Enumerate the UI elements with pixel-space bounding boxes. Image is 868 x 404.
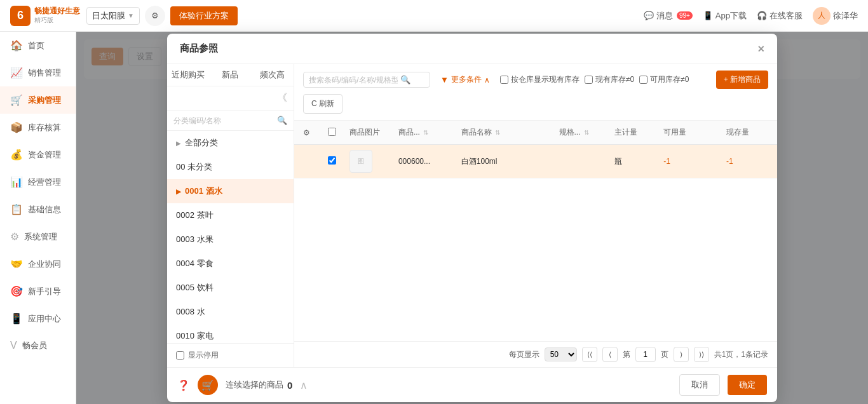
refresh-button[interactable]: C 刷新 bbox=[303, 94, 342, 114]
td-stock: -1 bbox=[721, 145, 777, 178]
settings-button[interactable]: ⚙ bbox=[145, 6, 165, 26]
sidebar-label-guide: 新手引导 bbox=[28, 286, 61, 297]
top-nav: 6 畅捷通好生意 精巧版 日太阳膜 ▼ ⚙ 体验行业方案 💬 消息 99+ 📱 … bbox=[0, 0, 868, 32]
sidebar: 🏠 首页 📈 销售管理 🛒 采购管理 📦 库存核算 💰 资金管理 📊 经营管理 … bbox=[0, 32, 76, 404]
available-ne0-checkbox[interactable] bbox=[639, 76, 648, 84]
sidebar-label-inventory: 库存核算 bbox=[28, 122, 61, 133]
sort-spec-icon[interactable]: ⇅ bbox=[584, 129, 589, 136]
sidebar-label-home: 首页 bbox=[28, 40, 44, 51]
tab-new[interactable]: 新品 bbox=[209, 64, 251, 86]
category-search-input[interactable] bbox=[173, 116, 275, 125]
category-item-0003[interactable]: 0003 水果 bbox=[167, 227, 294, 252]
help-icon[interactable]: ❓ bbox=[177, 379, 190, 391]
add-product-button[interactable]: + 新增商品 bbox=[716, 71, 768, 89]
logo-text-area: 畅捷通好生意 精巧版 bbox=[34, 6, 80, 25]
show-disabled-label[interactable]: 显示停用 bbox=[188, 350, 219, 361]
modal-close-button[interactable]: × bbox=[757, 43, 764, 55]
category-item-0004[interactable]: 0004 零食 bbox=[167, 252, 294, 276]
stock-ne0-filter-label[interactable]: 现有库存≠0 bbox=[585, 74, 634, 85]
category-item-0001[interactable]: ▶ 0001 酒水 bbox=[167, 179, 294, 203]
warehouse-filter-label[interactable]: 按仓库显示现有库存 bbox=[500, 74, 580, 85]
panel-collapse-button[interactable]: 《 bbox=[167, 86, 294, 111]
inventory-icon: 📦 bbox=[10, 121, 23, 133]
td-image: 图 bbox=[344, 145, 393, 178]
sidebar-item-operations[interactable]: 📊 经营管理 bbox=[0, 168, 76, 196]
select-all-checkbox[interactable] bbox=[328, 128, 336, 136]
confirm-button[interactable]: 确定 bbox=[728, 375, 767, 395]
cart-icon[interactable]: 🛒 bbox=[198, 375, 218, 395]
next-page-button[interactable]: ⟩ bbox=[674, 347, 689, 362]
product-reference-modal: 商品参照 × 近期购买 新品 bbox=[167, 34, 777, 402]
category-item-00[interactable]: 00 未分类 bbox=[167, 155, 294, 179]
last-page-button[interactable]: ⟩⟩ bbox=[694, 347, 709, 362]
user-area[interactable]: 人 徐泽华 bbox=[813, 7, 858, 25]
sidebar-label-purchase: 采购管理 bbox=[28, 95, 61, 106]
row-checkbox[interactable] bbox=[328, 156, 336, 165]
category-item-0010[interactable]: 0010 家电 bbox=[167, 324, 294, 343]
sidebar-item-inventory[interactable]: 📦 库存核算 bbox=[0, 114, 76, 141]
logo-sub: 精巧版 bbox=[34, 16, 80, 25]
available-ne0-filter-label[interactable]: 可用库存≠0 bbox=[639, 74, 689, 85]
category-label-00: 00 未分类 bbox=[176, 161, 212, 173]
stock-ne0-checkbox[interactable] bbox=[585, 76, 593, 84]
category-item-0002[interactable]: 0002 茶叶 bbox=[167, 203, 294, 227]
tab-frequent[interactable]: 频次高 bbox=[252, 64, 294, 86]
sidebar-label-basic-info: 基础信息 bbox=[28, 204, 61, 215]
page-input[interactable] bbox=[635, 347, 656, 362]
category-item-all[interactable]: ▶ 全部分类 bbox=[167, 131, 294, 155]
store-selector[interactable]: 日太阳膜 ▼ bbox=[86, 7, 140, 25]
settings-col-icon[interactable]: ⚙ bbox=[303, 128, 310, 137]
category-search-icon[interactable]: 🔍 bbox=[277, 116, 287, 125]
table-header: ⚙ 商品图片 bbox=[294, 121, 777, 145]
tab-frequent-label: 频次高 bbox=[260, 70, 285, 79]
cancel-button[interactable]: 取消 bbox=[679, 374, 720, 396]
sort-code-icon[interactable]: ⇅ bbox=[423, 129, 428, 136]
home-icon: 🏠 bbox=[10, 39, 23, 51]
first-page-button[interactable]: ⟨⟨ bbox=[582, 347, 597, 362]
main-content: 查询 设置 商品参照 × bbox=[76, 32, 868, 404]
th-stock: 现存量 bbox=[721, 121, 777, 145]
warehouse-filter-checkbox[interactable] bbox=[500, 76, 508, 84]
sort-name-icon[interactable]: ⇅ bbox=[495, 129, 500, 136]
product-table: ⚙ 商品图片 bbox=[294, 121, 777, 178]
page-word: 第 bbox=[623, 349, 630, 360]
sidebar-item-guide[interactable]: 🎯 新手引导 bbox=[0, 278, 76, 305]
page-total-info: 共1页，1条记录 bbox=[714, 349, 768, 360]
table-row[interactable]: 图 000600... 白酒100ml bbox=[294, 145, 777, 178]
online-service-button[interactable]: 🎧 在线客服 bbox=[757, 10, 803, 22]
prev-page-button[interactable]: ⟨ bbox=[602, 347, 618, 362]
main-layout: 🏠 首页 📈 销售管理 🛒 采购管理 📦 库存核算 💰 资金管理 📊 经营管理 … bbox=[0, 32, 868, 404]
more-filter-button[interactable]: ▼ 更多条件 ∧ bbox=[435, 72, 495, 88]
category-item-0008[interactable]: 0008 水 bbox=[167, 300, 294, 324]
category-item-0005[interactable]: 0005 饮料 bbox=[167, 276, 294, 300]
finance-icon: 💰 bbox=[10, 149, 23, 161]
sidebar-label-sales: 销售管理 bbox=[28, 67, 61, 79]
per-page-label: 每页显示 bbox=[509, 349, 539, 360]
sidebar-item-system[interactable]: ⚙ 系统管理 bbox=[0, 223, 76, 250]
messages-button[interactable]: 💬 消息 99+ bbox=[644, 10, 693, 22]
th-name: 商品名称 ⇅ bbox=[456, 121, 554, 145]
th-image: 商品图片 bbox=[344, 121, 393, 145]
app-download-button[interactable]: 📱 App下载 bbox=[703, 10, 747, 22]
sidebar-item-sales[interactable]: 📈 销售管理 bbox=[0, 59, 76, 86]
product-search-input[interactable] bbox=[309, 76, 398, 84]
trial-button[interactable]: 体验行业方案 bbox=[170, 6, 238, 25]
sidebar-item-home[interactable]: 🏠 首页 bbox=[0, 32, 76, 59]
category-panel: 近期购买 新品 频次高 《 bbox=[167, 64, 294, 367]
username-label: 徐泽华 bbox=[833, 10, 858, 22]
search-icon[interactable]: 🔍 bbox=[400, 75, 410, 84]
sidebar-item-finance[interactable]: 💰 资金管理 bbox=[0, 141, 76, 168]
category-label-0005: 0005 饮料 bbox=[176, 282, 214, 293]
sidebar-item-member[interactable]: V 畅会员 bbox=[0, 332, 76, 359]
footer-collapse-icon[interactable]: ∧ bbox=[300, 379, 308, 391]
sidebar-item-enterprise[interactable]: 🤝 企业协同 bbox=[0, 250, 76, 278]
td-unit: 瓶 bbox=[609, 145, 658, 178]
sidebar-item-app[interactable]: 📱 应用中心 bbox=[0, 305, 76, 332]
show-disabled-checkbox[interactable] bbox=[176, 351, 184, 360]
tab-recent[interactable]: 近期购买 bbox=[167, 64, 209, 86]
per-page-select[interactable]: 50 10 20 100 bbox=[545, 347, 577, 361]
sidebar-item-basic-info[interactable]: 📋 基础信息 bbox=[0, 196, 76, 223]
sidebar-item-purchase[interactable]: 🛒 采购管理 bbox=[0, 86, 76, 114]
logo-icon: 6 bbox=[10, 6, 31, 26]
modal-header: 商品参照 × bbox=[167, 34, 777, 64]
